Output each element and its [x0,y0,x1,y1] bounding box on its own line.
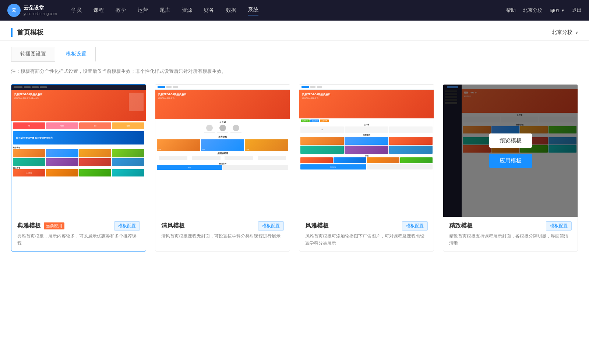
nav-logout[interactable]: 退出 [572,7,582,14]
nav-branch[interactable]: 北京分校 [523,7,542,14]
tab-carousel[interactable]: 轮播图设置 [11,47,55,62]
btn-config-elegant[interactable]: 模板配置 [114,221,140,231]
main-content: 首页模板 北京分校 ∨ 轮播图设置 模板设置 注：模板有部分个性化样式设置，设置… [0,21,589,364]
template-preview-clean: 托福TPO1-54真题及解析 口语·写作·阅读·听力 公开课 [155,85,290,217]
note-text: 注：模板有部分个性化样式设置，设置后仅当前模板生效；非个性化样式设置后只针对所有… [0,62,589,81]
btn-config-fengya[interactable]: 模板配置 [402,221,428,231]
template-desc-clean: 清风首页模板课程无封面，可设置按学科分类对课程进行展示 [161,233,284,240]
nav-item-teaching[interactable]: 教学 [116,6,126,15]
nav-help[interactable]: 帮助 [506,7,516,14]
template-desc-fengya: 风雅首页模板可添加轮播图下广告图片，可对课程及课程包设置学科分类展示 [305,233,428,247]
logo-icon: 云 [7,4,21,17]
branch-chevron-icon: ∨ [575,31,578,35]
template-footer-clean: 清风模板 模板配置 清风首页模板课程无封面，可设置按学科分类对课程进行展示 [155,217,290,244]
nav-item-system[interactable]: 系统 [248,5,258,15]
main-nav: 云 云朵设堂 yunduoshutang.com 学员 课程 教学 运营 题库 … [0,0,589,21]
template-card-refined: 托福TPO1-54 真题及解析 公开课 推荐课程 [443,84,578,251]
template-name-refined: 精致模板 [449,222,473,230]
branch-selector[interactable]: 北京分校 ∨ [552,29,578,36]
btn-config-refined[interactable]: 模板配置 [546,221,572,231]
tabs-container: 轮播图设置 模板设置 [0,41,589,62]
nav-right: 帮助 北京分校 lijt01 ▼ 退出 [506,7,582,14]
nav-item-course[interactable]: 课程 [94,6,104,15]
template-overlay-refined: 预览模板 应用模板 [443,85,578,217]
template-card-clean: 托福TPO1-54真题及解析 口语·写作·阅读·听力 公开课 [155,84,290,251]
template-name-elegant: 典雅模板 [17,222,41,230]
user-dropdown-icon: ▼ [561,8,565,13]
nav-item-operation[interactable]: 运营 [138,6,148,15]
template-desc-elegant: 典雅首页模板，展示内容较多，可以展示优惠券和多个推荐课程 [17,233,140,247]
nav-menu: 学员 课程 教学 运营 题库 资源 财务 数据 系统 [71,5,506,15]
nav-item-question[interactable]: 题库 [160,6,170,15]
template-preview-elegant: 托福TPO1-54真题及解析 口语·写作·阅读·听力·综合练习 ¥30 ¥200… [11,85,146,217]
page-title: 首页模板 [11,28,43,37]
template-footer-refined: 精致模板 模板配置 精致首页模板支持课程展示封面，各模板分隔明显，界面简洁清晰 [443,217,578,251]
template-name-fengya: 风雅模板 [305,222,329,230]
template-name-clean: 清风模板 [161,222,185,230]
nav-item-finance[interactable]: 财务 [204,6,214,15]
template-footer-fengya: 风雅模板 模板配置 风雅首页模板可添加轮播图下广告图片，可对课程及课程包设置学科… [299,217,434,251]
badge-current-elegant: 当前应用 [44,222,64,229]
nav-user[interactable]: lijt01 ▼ [550,8,565,13]
nav-item-data[interactable]: 数据 [226,6,236,15]
template-card-elegant: 托福TPO1-54真题及解析 口语·写作·阅读·听力·综合练习 ¥30 ¥200… [11,84,146,251]
template-preview-fengya: 托福TPO1-54真题及解析 口语·写作·阅读·听力 在线学习 职业培训 全国讲… [299,85,434,217]
btn-config-clean[interactable]: 模板配置 [258,221,284,231]
template-card-fengya: 托福TPO1-54真题及解析 口语·写作·阅读·听力 在线学习 职业培训 全国讲… [299,84,434,251]
logo-text: 云朵设堂 yunduoshutang.com [24,4,57,16]
template-footer-elegant: 典雅模板 当前应用 模板配置 典雅首页模板，展示内容较多，可以展示优惠券和多个推… [11,217,146,251]
templates-grid: 托福TPO1-54真题及解析 口语·写作·阅读·听力·综合练习 ¥30 ¥200… [0,81,589,266]
nav-item-student[interactable]: 学员 [71,6,82,15]
btn-apply-refined[interactable]: 应用模板 [489,154,532,168]
template-preview-refined: 托福TPO1-54 真题及解析 公开课 推荐课程 [443,85,578,217]
logo[interactable]: 云 云朵设堂 yunduoshutang.com [7,4,57,17]
page-header: 首页模板 北京分校 ∨ [0,21,589,41]
nav-item-resource[interactable]: 资源 [182,6,192,15]
template-desc-refined: 精致首页模板支持课程展示封面，各模板分隔明显，界面简洁清晰 [449,233,572,247]
btn-preview-refined[interactable]: 预览模板 [489,133,532,148]
tab-template[interactable]: 模板设置 [57,47,96,62]
